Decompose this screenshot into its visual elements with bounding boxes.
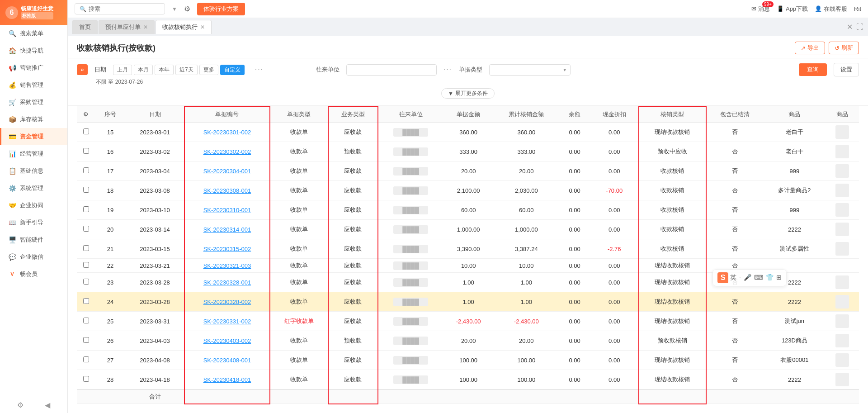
cell-unit: ████: [378, 200, 443, 220]
tab-prepay-close[interactable]: ✕: [143, 24, 148, 30]
sidebar-item-basic[interactable]: 📋 基础信息: [0, 162, 67, 180]
order-no-link[interactable]: SK-20230302-002: [203, 148, 251, 155]
collapse-button[interactable]: ◀: [45, 401, 50, 409]
sidebar-item-system[interactable]: ⚙️ 系统管理: [0, 180, 67, 197]
tab-collection[interactable]: 收款核销执行 ✕: [156, 20, 212, 34]
order-no-link[interactable]: SK-20230315-002: [203, 246, 251, 252]
cell-checkbox[interactable]: [77, 312, 95, 331]
order-no-link[interactable]: SK-20230314-001: [203, 226, 251, 233]
custom-date-button[interactable]: 自定义: [220, 65, 245, 75]
more-date-button[interactable]: 更多: [199, 65, 218, 75]
cell-checkbox[interactable]: [77, 292, 95, 312]
watermark-grid-icon[interactable]: ⊞: [776, 274, 782, 282]
cell-checkbox[interactable]: [77, 259, 95, 273]
order-no-link[interactable]: SK-20230403-002: [203, 337, 251, 344]
sidebar-item-business[interactable]: 📊 经营管理: [0, 145, 67, 162]
row-checkbox[interactable]: [83, 262, 89, 268]
cell-checkbox[interactable]: [77, 351, 95, 370]
last-month-button[interactable]: 上月: [113, 65, 132, 75]
watermark-shirt-icon[interactable]: 👕: [766, 274, 774, 282]
cell-checkbox[interactable]: [77, 370, 95, 390]
cell-checkbox[interactable]: [77, 142, 95, 161]
cell-checkbox[interactable]: [77, 200, 95, 220]
settings-button[interactable]: 设置: [834, 63, 859, 76]
cell-discount: 0.00: [590, 292, 639, 312]
close-window-button[interactable]: ✕: [847, 23, 853, 31]
row-checkbox[interactable]: [83, 376, 89, 382]
message-badge: 99+: [762, 1, 774, 7]
row-checkbox[interactable]: [83, 206, 89, 212]
order-no-link[interactable]: SK-20230304-001: [203, 168, 251, 175]
sidebar-item-quicknav[interactable]: 🏠 快捷导航: [0, 42, 67, 59]
tab-collection-close[interactable]: ✕: [200, 24, 205, 30]
date-unit-separator: ···: [255, 66, 309, 74]
order-no-link[interactable]: SK-20230328-002: [203, 299, 251, 305]
expand-more-conditions-button[interactable]: ▼ 展开更多条件: [441, 88, 495, 99]
cell-checkbox[interactable]: [77, 181, 95, 200]
order-no-link[interactable]: SK-20230321-003: [203, 262, 251, 269]
sidebar-item-guide[interactable]: 📖 新手引导: [0, 214, 67, 231]
tab-home[interactable]: 首页: [72, 20, 98, 34]
sidebar-item-member[interactable]: V 畅会员: [0, 266, 67, 283]
gear-button[interactable]: ⚙: [17, 401, 24, 409]
sidebar-item-purchase[interactable]: 🛒 采购管理: [0, 94, 67, 111]
type-select[interactable]: [489, 64, 571, 76]
order-no-link[interactable]: SK-20230331-002: [203, 318, 251, 325]
row-checkbox[interactable]: [83, 279, 89, 285]
this-year-button[interactable]: 本年: [155, 65, 174, 75]
query-button[interactable]: 查询: [799, 63, 827, 76]
cell-checkbox[interactable]: [77, 239, 95, 259]
order-no-link[interactable]: SK-20230328-001: [203, 279, 251, 286]
row-checkbox[interactable]: [83, 318, 89, 323]
sidebar-item-corp[interactable]: 🤝 企业协同: [0, 197, 67, 214]
maximize-window-button[interactable]: ⛶: [856, 23, 863, 31]
watermark-mic-icon[interactable]: 🎤: [744, 274, 751, 282]
online-service-button[interactable]: 👤 在线客服: [815, 5, 847, 13]
settings-icon[interactable]: ⚙: [184, 5, 190, 13]
sidebar-item-search[interactable]: 🔍 搜索菜单: [0, 25, 67, 42]
sidebar-item-wechat[interactable]: 💬 企业微信: [0, 248, 67, 266]
row-checkbox[interactable]: [83, 337, 89, 343]
cell-biz-type: 应收款: [328, 351, 378, 370]
cell-checkbox[interactable]: [77, 220, 95, 239]
topbar-search-box[interactable]: 🔍: [75, 3, 165, 14]
cell-checkbox[interactable]: [77, 123, 95, 142]
sidebar-item-hardware[interactable]: 🖥️ 智能硬件: [0, 231, 67, 248]
industry-solution-button[interactable]: 体验行业方案: [197, 3, 245, 15]
row-checkbox[interactable]: [83, 245, 89, 251]
order-no-link[interactable]: SK-20230310-001: [203, 207, 251, 214]
export-button[interactable]: ↗ 导出: [795, 42, 825, 54]
row-checkbox[interactable]: [83, 226, 89, 232]
message-button[interactable]: ✉ 消息 99+: [751, 5, 770, 13]
order-no-link[interactable]: SK-20230308-001: [203, 187, 251, 194]
sidebar-item-inventory[interactable]: 📦 库存核算: [0, 111, 67, 128]
user-name[interactable]: Rit: [854, 5, 861, 12]
watermark-text-icon[interactable]: 英: [730, 274, 736, 282]
order-no-link[interactable]: SK-20230418-001: [203, 376, 251, 383]
refresh-button[interactable]: ↺ 刷新: [829, 42, 859, 54]
column-gear[interactable]: ⚙: [77, 106, 95, 123]
unit-input[interactable]: [346, 64, 437, 76]
watermark-keyboard-icon[interactable]: ⌨: [754, 274, 763, 282]
last-7days-button[interactable]: 近7天: [175, 65, 198, 75]
cell-checkbox[interactable]: [77, 161, 95, 181]
row-checkbox[interactable]: [83, 356, 89, 362]
app-download-button[interactable]: 📱 App下载: [777, 5, 808, 13]
this-month-button[interactable]: 本月: [134, 65, 153, 75]
row-checkbox[interactable]: [83, 298, 89, 304]
row-checkbox[interactable]: [83, 187, 89, 193]
row-checkbox[interactable]: [83, 148, 89, 154]
row-checkbox[interactable]: [83, 128, 89, 134]
order-no-link[interactable]: SK-20230301-002: [203, 129, 251, 136]
row-checkbox[interactable]: [83, 167, 89, 173]
sidebar-item-marketing[interactable]: 📢 营销推广: [0, 59, 67, 76]
sidebar-item-finance[interactable]: 💳 资金管理: [0, 128, 67, 145]
sidebar-item-sales[interactable]: 💰 销售管理: [0, 76, 67, 94]
filter-expand-button[interactable]: »: [77, 64, 88, 75]
cell-accum: 360.00: [494, 123, 559, 142]
topbar-search-input[interactable]: [89, 5, 152, 12]
cell-checkbox[interactable]: [77, 273, 95, 292]
tab-prepay[interactable]: 预付单应付单 ✕: [99, 20, 155, 34]
cell-checkbox[interactable]: [77, 331, 95, 351]
order-no-link[interactable]: SK-20230408-001: [203, 357, 251, 364]
